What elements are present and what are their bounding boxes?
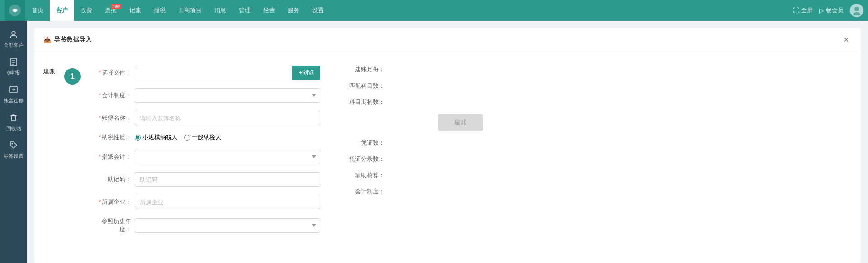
member-button[interactable]: ▷ 畅会员 <box>819 6 844 14</box>
tax-nature-label: 纳税性质： <box>94 133 135 141</box>
voucher-entries-label: 凭证分录数： <box>347 155 388 163</box>
step-section: 1 <box>64 66 81 85</box>
info-row-subject-initial: 科目期初数： <box>347 98 501 106</box>
sidebar-item-recycle-bin-label: 回收站 <box>6 126 21 132</box>
match-subjects-label: 匹配科目数： <box>347 82 388 90</box>
reference-year-label: 参照历史年度： <box>94 217 135 234</box>
form-row-reference-year: 参照历史年度： <box>94 217 320 234</box>
main-content: 📤 导爷数据导入 × 建账 1 选择文件： <box>27 21 868 263</box>
tax-nature-radio-group: 小规模纳税人 一般纳税人 <box>135 133 320 141</box>
assign-accountant-select-wrapper <box>135 150 320 164</box>
browse-button[interactable]: +浏览 <box>292 66 320 80</box>
radio-small-label: 小规模纳税人 <box>142 133 178 141</box>
ledger-name-input[interactable] <box>135 111 320 125</box>
info-row-accounting-system: 会计制度： <box>347 188 501 196</box>
nav-item-management[interactable]: 管理 <box>232 0 257 21</box>
top-nav: 首页 客户 收费 票据 new 记账 报税 工商项目 消息 管理 经营 服务 设… <box>0 0 868 21</box>
nav-item-ticket[interactable]: 票据 new <box>99 0 123 21</box>
recycle-bin-icon <box>9 113 18 124</box>
sidebar-item-tag-settings[interactable]: 标签设置 <box>0 136 27 164</box>
affiliate-enterprise-input[interactable] <box>135 195 320 209</box>
accounting-system-select[interactable] <box>135 88 320 103</box>
form-row-tax-nature: 纳税性质： 小规模纳税人 一般纳税人 <box>94 133 320 141</box>
svg-point-4 <box>12 31 15 35</box>
nav-item-fee[interactable]: 收费 <box>74 0 99 21</box>
form-row-accounting-system: 会计制度： <box>94 88 320 103</box>
info-row-voucher-count: 凭证数： <box>347 139 501 147</box>
sidebar: 全部客户 0申报 账套迁移 回收站 <box>0 21 27 263</box>
accounting-system-label: 会计制度： <box>94 91 135 99</box>
voucher-count-label: 凭证数： <box>347 139 388 147</box>
nav-right: ⛶ 全屏 ▷ 畅会员 <box>793 4 863 17</box>
fullscreen-button[interactable]: ⛶ 全屏 <box>793 6 813 14</box>
nav-item-services[interactable]: 服务 <box>281 0 306 21</box>
info-row-voucher-entries: 凭证分录数： <box>347 155 501 163</box>
assign-accountant-select[interactable] <box>135 150 320 164</box>
accounting-system-select-wrapper <box>135 88 320 103</box>
sidebar-item-zero-declaration[interactable]: 0申报 <box>0 53 27 80</box>
sidebar-item-zero-declaration-label: 0申报 <box>7 70 20 76</box>
close-button[interactable]: × <box>841 34 852 45</box>
form-row-memo-code: 助记码： <box>94 172 320 187</box>
nav-item-tax[interactable]: 报税 <box>147 0 172 21</box>
play-icon: ▷ <box>819 7 824 14</box>
assign-accountant-label: 指派会计： <box>94 153 135 161</box>
svg-rect-5 <box>10 58 17 66</box>
sidebar-item-all-customers-label: 全部客户 <box>4 42 24 48</box>
card-title: 📤 导爷数据导入 <box>43 36 92 44</box>
radio-small-taxpayer[interactable]: 小规模纳税人 <box>135 133 178 141</box>
info-row-auxiliary-accounting: 辅助核算： <box>347 171 501 179</box>
form-row-assign-accountant: 指派会计： <box>94 150 320 164</box>
nav-item-bookkeeping[interactable]: 记账 <box>123 0 147 21</box>
nav-item-settings[interactable]: 设置 <box>306 0 330 21</box>
build-month-label: 建账月份： <box>347 66 388 74</box>
accounting-system-info-label: 会计制度： <box>347 188 388 196</box>
build-account-button[interactable]: 建账 <box>438 114 483 131</box>
radio-general-label: 一般纳税人 <box>192 133 221 141</box>
zero-declaration-icon <box>9 57 18 69</box>
new-badge: new <box>111 4 121 9</box>
info-section: 建账月份： 匹配科目数： 科目期初数： 建账 凭证数： <box>320 66 501 242</box>
step-circle: 1 <box>64 68 81 85</box>
svg-point-1 <box>14 9 16 12</box>
card-header: 📤 导爷数据导入 × <box>34 28 861 52</box>
sidebar-item-all-customers[interactable]: 全部客户 <box>0 25 27 53</box>
nav-item-customer[interactable]: 客户 <box>50 0 74 21</box>
subject-initial-label: 科目期初数： <box>347 98 388 106</box>
file-input[interactable] <box>135 66 292 80</box>
memo-code-label: 助记码： <box>94 175 135 183</box>
affiliate-enterprise-label: 所属企业： <box>94 198 135 206</box>
logo[interactable] <box>5 0 25 21</box>
reference-year-select-wrapper <box>135 218 320 233</box>
account-migration-icon <box>9 85 18 96</box>
ledger-name-label: 账簿名称： <box>94 114 135 122</box>
sidebar-item-recycle-bin[interactable]: 回收站 <box>0 108 27 136</box>
memo-code-input[interactable] <box>135 172 320 187</box>
form-row-file: 选择文件： +浏览 <box>94 66 320 80</box>
avatar[interactable] <box>850 4 863 17</box>
nav-item-messages[interactable]: 消息 <box>208 0 232 21</box>
nav-item-operations[interactable]: 经营 <box>257 0 281 21</box>
import-card: 📤 导爷数据导入 × 建账 1 选择文件： <box>34 28 861 263</box>
radio-general-taxpayer[interactable]: 一般纳税人 <box>184 133 221 141</box>
file-input-group: +浏览 <box>135 66 320 80</box>
sidebar-item-account-migration[interactable]: 账套迁移 <box>0 80 27 108</box>
radio-small-input[interactable] <box>135 135 141 141</box>
nav-item-business-projects[interactable]: 工商项目 <box>172 0 208 21</box>
info-row-build-month: 建账月份： <box>347 66 501 74</box>
all-customers-icon <box>9 30 18 41</box>
card-body: 建账 1 选择文件： +浏览 会计制度： <box>34 52 861 255</box>
step-label: 建账 <box>43 67 55 75</box>
radio-general-input[interactable] <box>184 135 190 141</box>
import-icon: 📤 <box>43 36 51 43</box>
form-section: 选择文件： +浏览 会计制度： <box>94 66 320 242</box>
info-row-match-subjects: 匹配科目数： <box>347 82 501 90</box>
reference-year-select[interactable] <box>135 218 320 233</box>
sidebar-item-tag-settings-label: 标签设置 <box>4 153 24 159</box>
form-row-ledger-name: 账簿名称： <box>94 111 320 125</box>
form-row-affiliate-enterprise: 所属企业： <box>94 195 320 209</box>
nav-item-home[interactable]: 首页 <box>25 0 50 21</box>
fullscreen-icon: ⛶ <box>793 7 799 14</box>
svg-point-2 <box>854 7 859 11</box>
file-label: 选择文件： <box>94 69 135 77</box>
